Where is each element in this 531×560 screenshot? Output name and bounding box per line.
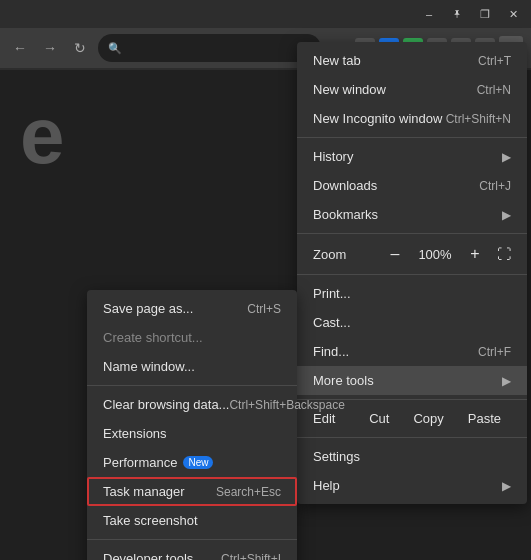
cast-label: Cast...	[313, 315, 351, 330]
paste-btn[interactable]: Paste	[458, 408, 511, 429]
help-label: Help	[313, 478, 340, 493]
menu-new-tab[interactable]: New tab Ctrl+T	[297, 46, 527, 75]
divider-2	[297, 233, 527, 234]
sub-menu: Save page as... Ctrl+S Create shortcut..…	[87, 290, 297, 560]
forward-btn[interactable]: →	[38, 36, 62, 60]
developer-tools-shortcut: Ctrl+Shift+I	[221, 552, 281, 561]
edit-actions: Cut Copy Paste	[359, 408, 511, 429]
more-tools-label: More tools	[313, 373, 374, 388]
history-label: History	[313, 149, 353, 164]
print-label: Print...	[313, 286, 351, 301]
task-manager-label: Task manager	[103, 484, 185, 499]
name-window-label: Name window...	[103, 359, 195, 374]
sub-developer-tools[interactable]: Developer tools Ctrl+Shift+I	[87, 544, 297, 560]
title-bar: – 🖈 ❐ ✕	[0, 0, 531, 28]
new-window-shortcut: Ctrl+N	[477, 83, 511, 97]
page-letter: e	[20, 90, 65, 182]
history-arrow: ▶	[502, 150, 511, 164]
menu-settings[interactable]: Settings	[297, 442, 527, 471]
reload-btn[interactable]: ↻	[68, 36, 92, 60]
menu-incognito[interactable]: New Incognito window Ctrl+Shift+N	[297, 104, 527, 133]
sub-name-window[interactable]: Name window...	[87, 352, 297, 381]
create-shortcut-label: Create shortcut...	[103, 330, 203, 345]
find-shortcut: Ctrl+F	[478, 345, 511, 359]
bookmarks-arrow: ▶	[502, 208, 511, 222]
address-bar[interactable]: 🔍	[98, 34, 321, 62]
minimize-btn[interactable]: –	[415, 4, 443, 24]
zoom-value: 100%	[417, 247, 453, 262]
bookmarks-label: Bookmarks	[313, 207, 378, 222]
task-manager-shortcut: Search+Esc	[216, 485, 281, 499]
divider-3	[297, 274, 527, 275]
close-btn[interactable]: ✕	[499, 4, 527, 24]
performance-badge: New	[183, 456, 213, 469]
edit-label: Edit	[313, 411, 335, 426]
pin-btn[interactable]: 🖈	[443, 4, 471, 24]
save-page-label: Save page as...	[103, 301, 193, 316]
menu-downloads[interactable]: Downloads Ctrl+J	[297, 171, 527, 200]
sub-take-screenshot[interactable]: Take screenshot	[87, 506, 297, 535]
cut-btn[interactable]: Cut	[359, 408, 399, 429]
developer-tools-label: Developer tools	[103, 551, 193, 560]
menu-cast[interactable]: Cast...	[297, 308, 527, 337]
menu-find[interactable]: Find... Ctrl+F	[297, 337, 527, 366]
find-label: Find...	[313, 344, 349, 359]
zoom-label: Zoom	[313, 247, 346, 262]
new-tab-label: New tab	[313, 53, 361, 68]
performance-label: Performance New	[103, 455, 213, 470]
settings-label: Settings	[313, 449, 360, 464]
zoom-in-btn[interactable]: +	[461, 242, 489, 266]
fullscreen-btn[interactable]: ⛶	[497, 246, 511, 262]
sub-create-shortcut[interactable]: Create shortcut...	[87, 323, 297, 352]
incognito-shortcut: Ctrl+Shift+N	[446, 112, 511, 126]
zoom-controls: – 100% + ⛶	[381, 242, 511, 266]
menu-print[interactable]: Print...	[297, 279, 527, 308]
zoom-row: Zoom – 100% + ⛶	[297, 238, 527, 270]
menu-help[interactable]: Help ▶	[297, 471, 527, 500]
sub-save-page[interactable]: Save page as... Ctrl+S	[87, 294, 297, 323]
menu-more-tools[interactable]: More tools ▶	[297, 366, 527, 395]
clear-browsing-label: Clear browsing data...	[103, 397, 229, 412]
take-screenshot-label: Take screenshot	[103, 513, 198, 528]
sub-performance[interactable]: Performance New	[87, 448, 297, 477]
save-page-shortcut: Ctrl+S	[247, 302, 281, 316]
more-tools-arrow: ▶	[502, 374, 511, 388]
extensions-label: Extensions	[103, 426, 167, 441]
downloads-label: Downloads	[313, 178, 377, 193]
zoom-out-btn[interactable]: –	[381, 242, 409, 266]
main-menu: New tab Ctrl+T New window Ctrl+N New Inc…	[297, 42, 527, 504]
back-btn[interactable]: ←	[8, 36, 32, 60]
new-window-label: New window	[313, 82, 386, 97]
incognito-label: New Incognito window	[313, 111, 442, 126]
sub-extensions[interactable]: Extensions	[87, 419, 297, 448]
menu-bookmarks[interactable]: Bookmarks ▶	[297, 200, 527, 229]
restore-btn[interactable]: ❐	[471, 4, 499, 24]
divider-5	[297, 437, 527, 438]
sub-task-manager[interactable]: Task manager Search+Esc	[87, 477, 297, 506]
help-arrow: ▶	[502, 479, 511, 493]
downloads-shortcut: Ctrl+J	[479, 179, 511, 193]
clear-browsing-shortcut: Ctrl+Shift+Backspace	[229, 398, 344, 412]
menu-new-window[interactable]: New window Ctrl+N	[297, 75, 527, 104]
new-tab-shortcut: Ctrl+T	[478, 54, 511, 68]
menu-history[interactable]: History ▶	[297, 142, 527, 171]
copy-btn[interactable]: Copy	[403, 408, 453, 429]
sub-clear-browsing[interactable]: Clear browsing data... Ctrl+Shift+Backsp…	[87, 390, 297, 419]
divider-1	[297, 137, 527, 138]
sub-divider-1	[87, 385, 297, 386]
sub-divider-2	[87, 539, 297, 540]
